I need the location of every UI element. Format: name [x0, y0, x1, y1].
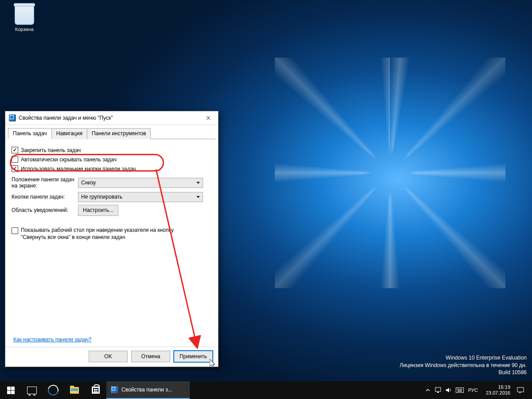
taskbar-properties-dialog: Свойства панели задач и меню "Пуск" Пане…: [5, 111, 219, 367]
store-button[interactable]: [85, 381, 106, 399]
checkbox-lock-taskbar[interactable]: [12, 147, 18, 153]
clock-date: 23.07.2016: [486, 390, 510, 396]
svg-rect-7: [461, 389, 462, 390]
volume-icon[interactable]: [445, 386, 453, 394]
task-view-icon: [27, 387, 37, 394]
svg-rect-3: [456, 388, 463, 393]
keyboard-icon[interactable]: [456, 386, 464, 394]
network-icon[interactable]: [434, 386, 442, 394]
ok-button[interactable]: OK: [89, 351, 128, 362]
label-small-buttons: Использовать маленькие кнопки панели зад…: [21, 166, 136, 172]
action-center-icon[interactable]: [516, 386, 524, 394]
label-autohide: Автоматически скрывать панель задач: [21, 156, 117, 163]
svg-rect-6: [460, 389, 461, 390]
store-icon: [92, 387, 100, 394]
recycle-bin-label: Корзина: [9, 27, 40, 32]
clock[interactable]: 16:19 23.07.2016: [482, 384, 514, 396]
apply-button[interactable]: Применить: [174, 351, 213, 362]
language-indicator[interactable]: РУС: [466, 387, 480, 393]
cancel-button[interactable]: Отмена: [131, 351, 170, 362]
tab-body: Закрепить панель задач Автоматически скр…: [5, 139, 218, 245]
checkbox-small-buttons[interactable]: [12, 165, 18, 172]
dialog-title: Свойства панели задач и меню "Пуск": [19, 115, 199, 121]
desktop-watermark: Windows 10 Enterprise Evaluation Лицензи…: [400, 354, 527, 376]
clock-time: 16:19: [486, 384, 510, 390]
label-position: Положение панели задач на экране:: [12, 176, 78, 189]
tab-taskbar[interactable]: Панель задач: [8, 128, 52, 139]
customize-button[interactable]: Настроить...: [78, 205, 118, 216]
edge-icon: [46, 383, 61, 398]
desktop: Корзина Windows 10 Enterprise Evaluation…: [0, 0, 532, 399]
separator: [5, 347, 218, 347]
start-button[interactable]: [0, 381, 21, 399]
label-notify-area: Область уведомлений:: [12, 207, 78, 213]
windows-logo-icon: [7, 387, 15, 394]
checkbox-autohide[interactable]: [12, 156, 18, 163]
taskbar-app-properties[interactable]: Свойства панели з...: [106, 381, 190, 399]
dialog-buttons: OK Отмена Применить: [89, 351, 213, 362]
recycle-bin-icon: [15, 4, 34, 25]
edge-button[interactable]: [43, 381, 64, 399]
label-buttons: Кнопки панели задач:: [12, 194, 78, 200]
svg-rect-2: [437, 392, 439, 393]
close-button[interactable]: [199, 111, 218, 125]
tab-strip: Панель задач Навигация Панели инструмент…: [8, 128, 215, 139]
folder-icon: [70, 387, 79, 394]
tray-chevron-icon[interactable]: [424, 386, 432, 394]
task-view-button[interactable]: [21, 381, 43, 399]
svg-rect-5: [458, 389, 459, 390]
svg-rect-8: [458, 391, 462, 391]
label-peek: Показывать рабочий стол при наведении ук…: [21, 227, 198, 241]
label-lock-taskbar: Закрепить панель задач: [21, 147, 81, 153]
checkbox-peek[interactable]: [12, 227, 18, 234]
recycle-bin[interactable]: Корзина: [9, 4, 40, 32]
svg-rect-4: [457, 389, 458, 390]
svg-rect-9: [517, 387, 524, 392]
svg-rect-1: [435, 387, 441, 391]
titlebar[interactable]: Свойства панели задач и меню "Пуск": [5, 111, 218, 125]
combo-position[interactable]: Снизу: [78, 178, 203, 188]
tab-navigation[interactable]: Навигация: [51, 128, 87, 139]
app-icon: [111, 386, 118, 393]
taskbar: Свойства панели з... РУС 16:19 23.07.201…: [0, 381, 532, 399]
system-tray: РУС 16:19 23.07.2016: [424, 381, 532, 399]
combo-buttons[interactable]: Не группировать: [78, 192, 203, 202]
taskbar-app-title: Свойства панели з...: [121, 387, 172, 393]
tab-toolbars[interactable]: Панели инструментов: [87, 128, 151, 139]
explorer-button[interactable]: [64, 381, 85, 399]
help-link[interactable]: Как настраивать панели задач?: [13, 336, 91, 343]
dialog-icon: [9, 114, 16, 121]
